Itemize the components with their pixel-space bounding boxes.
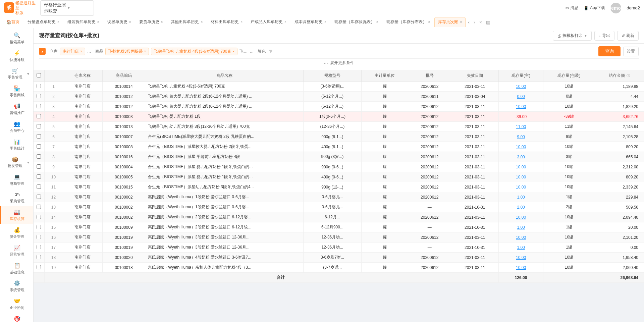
row-checkbox-cell[interactable]: [34, 152, 44, 162]
sidebar-item-quicknav[interactable]: ⚡ 快捷导航: [0, 47, 33, 65]
row-qty-main[interactable]: 10.00: [499, 212, 543, 222]
row-qty-main[interactable]: 11.00: [499, 122, 543, 132]
tab-close[interactable]: ×: [324, 20, 326, 24]
tab-qi-ta[interactable]: 其他出库单历史 ×: [167, 17, 206, 27]
tab-next[interactable]: ›: [472, 19, 477, 25]
row-checkbox-cell[interactable]: [34, 263, 44, 273]
row-checkbox[interactable]: [37, 255, 41, 259]
table-container[interactable]: 仓库名称 商品编码 商品名称 规格型号 主计量单位: [34, 70, 644, 322]
row-checkbox[interactable]: [37, 124, 41, 128]
row-qty-main[interactable]: 10.00: [499, 263, 543, 273]
col-warehouse[interactable]: 仓库名称: [63, 70, 102, 82]
tab-close[interactable]: ×: [284, 20, 286, 24]
product-more2[interactable]: …: [250, 49, 254, 54]
row-checkbox[interactable]: [37, 154, 41, 159]
row-checkbox-cell[interactable]: [34, 162, 44, 172]
product-more[interactable]: 飞…: [239, 49, 248, 54]
app-download-btn[interactable]: 📱 App下载: [584, 5, 605, 11]
row-qty-main[interactable]: 10.00: [499, 232, 543, 243]
product-filter-tag-2[interactable]: 飞鹤星飞帆 儿童奶粉 4段(3-6岁适用) 700克 ×: [151, 48, 237, 55]
sidebar-item-search[interactable]: 🔍 搜索英单: [0, 30, 33, 47]
tab-close[interactable]: ×: [57, 20, 59, 24]
query-btn[interactable]: 查询: [598, 46, 621, 56]
row-checkbox[interactable]: [37, 94, 41, 98]
row-checkbox[interactable]: [37, 84, 41, 88]
expand-conditions-btn[interactable]: ⌄⌄ 展开更多条件: [39, 58, 639, 67]
row-checkbox[interactable]: [37, 215, 41, 219]
row-checkbox[interactable]: [37, 225, 41, 229]
print-btn[interactable]: 🖨 按模板打印 ▼: [553, 31, 592, 41]
row-checkbox-cell[interactable]: [34, 243, 44, 253]
row-qty-main[interactable]: 3.00: [499, 152, 543, 162]
row-checkbox[interactable]: [37, 184, 41, 189]
row-checkbox[interactable]: [37, 144, 41, 149]
sidebar-item-marketing[interactable]: 📢 营销推广: [0, 100, 33, 118]
col-name[interactable]: 商品名称: [145, 70, 304, 82]
row-qty-main[interactable]: 2.00: [499, 202, 543, 212]
sidebar-item-basic[interactable]: 📋 基础信息: [0, 260, 33, 277]
row-checkbox[interactable]: [37, 114, 41, 118]
settings-btn[interactable]: 设置: [623, 47, 639, 56]
avatar[interactable]: demo2: [610, 3, 621, 13]
export-btn[interactable]: ↓ 导出: [594, 31, 614, 41]
row-qty-main[interactable]: 10.00: [499, 162, 543, 172]
sidebar-item-collab[interactable]: 🤝 企业协同: [0, 295, 33, 313]
sidebar-item-finance[interactable]: 💰 资金管理: [0, 224, 33, 242]
col-qty-main[interactable]: 现存量(主): [499, 70, 543, 82]
tab-cheng-ben[interactable]: 成本调整单历史 ×: [291, 17, 330, 27]
row-qty-main[interactable]: 1.00: [499, 222, 543, 232]
col-check[interactable]: [34, 70, 44, 82]
warehouse-tag-close[interactable]: ×: [80, 50, 82, 53]
tab-close[interactable]: ×: [161, 20, 163, 24]
tab-close[interactable]: ×: [97, 20, 99, 24]
sidebar-item-wholesale[interactable]: 📦 批发管理 ▼: [0, 154, 33, 171]
product-tag-close-2[interactable]: ×: [232, 50, 234, 53]
row-checkbox[interactable]: [37, 235, 41, 239]
tab-cai-liao[interactable]: 材料出库单历史 ×: [207, 17, 246, 27]
sidebar-item-purchase[interactable]: 🛍 采购管理: [0, 189, 33, 206]
row-checkbox-cell[interactable]: [34, 212, 44, 222]
row-checkbox-cell[interactable]: [34, 92, 44, 102]
row-qty-main[interactable]: -39.00: [499, 112, 543, 122]
product-tag-close-1[interactable]: ×: [144, 50, 146, 53]
sidebar-item-newuser[interactable]: 🎯 新手引导: [0, 313, 33, 322]
color-dropdown-arrow[interactable]: ▼: [268, 48, 274, 55]
warehouse-filter-tag[interactable]: 南岸门店 ×: [60, 48, 85, 55]
row-qty-main[interactable]: 1.00: [499, 243, 543, 253]
tab-yao-huo[interactable]: 要货单历史 ×: [136, 17, 167, 27]
row-checkbox-cell[interactable]: [34, 182, 44, 192]
warehouse-more[interactable]: …: [87, 49, 91, 54]
col-balance[interactable]: 结存金额 ⓘ: [595, 70, 644, 82]
col-code[interactable]: 商品编码: [102, 70, 145, 82]
sidebar-item-retail-mall[interactable]: 🏪 零售商城: [0, 83, 33, 100]
row-checkbox-cell[interactable]: [34, 82, 44, 92]
tab-fen-pan[interactable]: 分量盘点单历史 ×: [24, 17, 63, 27]
row-checkbox[interactable]: [37, 134, 41, 139]
message-btn[interactable]: ✉ 消息: [566, 5, 578, 11]
sidebar-item-system[interactable]: ⚙️ 系统管理: [0, 277, 33, 295]
row-checkbox-cell[interactable]: [34, 253, 44, 263]
row-checkbox[interactable]: [37, 205, 41, 209]
row-qty-main[interactable]: 10.00: [499, 253, 543, 263]
row-checkbox-cell[interactable]: [34, 112, 44, 122]
tab-chan-pin[interactable]: 产成品入库单历史 ×: [247, 17, 290, 27]
tab-close[interactable]: ×: [428, 20, 430, 24]
row-qty-main[interactable]: 10.00: [499, 82, 543, 92]
row-checkbox[interactable]: [37, 265, 41, 269]
expand-filter-btn[interactable]: ›: [39, 48, 46, 55]
row-qty-main[interactable]: 9.00: [499, 132, 543, 142]
row-checkbox-cell[interactable]: [34, 142, 44, 152]
tab-close[interactable]: ×: [460, 20, 462, 24]
row-checkbox-cell[interactable]: [34, 122, 44, 132]
col-qty-pack[interactable]: 现存量(包装): [543, 70, 595, 82]
select-all-checkbox[interactable]: [37, 73, 41, 77]
row-checkbox-cell[interactable]: [34, 192, 44, 202]
sidebar-item-ecommerce[interactable]: 💻 电商管理: [0, 171, 33, 189]
row-checkbox[interactable]: [37, 104, 41, 108]
row-checkbox[interactable]: [37, 245, 41, 249]
col-unit[interactable]: 主计量单位: [361, 70, 408, 82]
tab-xian-cun-zhuang[interactable]: 现存量（库存状况表） ×: [331, 17, 382, 27]
tab-close[interactable]: ×: [240, 20, 243, 24]
sidebar-item-operation[interactable]: 📈 经营管理: [0, 242, 33, 260]
col-spec[interactable]: 规格型号: [304, 70, 361, 82]
